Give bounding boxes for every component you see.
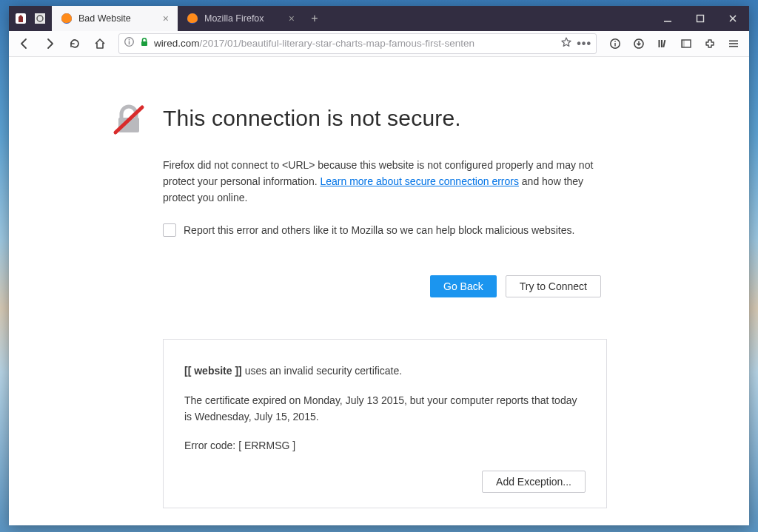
try-to-connect-button[interactable]: Try to Connect bbox=[506, 275, 601, 297]
report-error-row: Report this error and others like it to … bbox=[163, 223, 601, 237]
info-panel-icon[interactable] bbox=[604, 33, 626, 54]
tab-label: Bad Website bbox=[78, 13, 131, 24]
tab-close-icon[interactable]: × bbox=[289, 13, 295, 24]
error-page: This connection is not secure. Firefox d… bbox=[113, 103, 601, 508]
new-tab-button[interactable]: + bbox=[303, 6, 326, 31]
svg-rect-10 bbox=[141, 41, 147, 46]
navigation-toolbar: wired.com/2017/01/beautiful-literary-sta… bbox=[9, 31, 749, 58]
svg-rect-19 bbox=[729, 40, 738, 41]
firefox-favicon-icon bbox=[61, 13, 73, 24]
extensions-icon[interactable] bbox=[699, 33, 721, 54]
url-bar[interactable]: wired.com/2017/01/beautiful-literary-sta… bbox=[118, 33, 597, 54]
cert-line-1-tail: uses an invalid security certificate. bbox=[242, 365, 402, 377]
add-exception-button[interactable]: Add Exception... bbox=[482, 471, 586, 493]
library-icon[interactable] bbox=[651, 33, 674, 54]
svg-rect-16 bbox=[663, 40, 665, 47]
cert-error-code: Error code: [ ERRMSG ] bbox=[184, 438, 586, 454]
tab-strip: Bad Website × Mozilla Firefox × + bbox=[52, 6, 326, 31]
svg-rect-18 bbox=[682, 40, 685, 47]
window-controls bbox=[651, 6, 749, 31]
downloads-icon[interactable] bbox=[628, 33, 650, 54]
url-host: wired.com bbox=[154, 38, 200, 49]
sidebar-icon[interactable] bbox=[675, 33, 697, 54]
forward-button[interactable] bbox=[38, 33, 61, 54]
learn-more-link[interactable]: Learn more about secure connection error… bbox=[320, 175, 518, 187]
firefox-favicon-icon bbox=[187, 13, 198, 24]
svg-rect-1 bbox=[35, 13, 45, 24]
action-buttons: Go Back Try to Connect bbox=[163, 275, 601, 297]
svg-rect-6 bbox=[697, 15, 704, 21]
svg-rect-15 bbox=[661, 40, 663, 47]
svg-rect-12 bbox=[614, 43, 615, 47]
svg-rect-14 bbox=[659, 40, 660, 47]
reload-button[interactable] bbox=[64, 33, 86, 54]
certificate-details: [[ website ]] uses an invalid security c… bbox=[163, 339, 607, 508]
svg-rect-13 bbox=[614, 41, 615, 42]
svg-rect-9 bbox=[129, 39, 130, 41]
tab-mozilla-firefox[interactable]: Mozilla Firefox × bbox=[178, 6, 303, 31]
url-path: /2017/01/beautiful-literary-star-charts-… bbox=[200, 38, 474, 49]
report-error-label: Report this error and others like it to … bbox=[184, 224, 574, 236]
cert-site-placeholder: [[ website ]] bbox=[184, 365, 242, 377]
tab-bad-website[interactable]: Bad Website × bbox=[52, 6, 178, 31]
titlebar-left-icons bbox=[9, 6, 52, 31]
tab-label: Mozilla Firefox bbox=[204, 13, 264, 24]
go-back-button[interactable]: Go Back bbox=[430, 275, 497, 297]
insecure-lock-icon bbox=[113, 103, 147, 140]
firefox-window: Bad Website × Mozilla Firefox × + bbox=[9, 6, 749, 525]
app-icon-1[interactable] bbox=[13, 11, 28, 26]
window-minimize-button[interactable] bbox=[651, 6, 684, 31]
tab-close-icon[interactable]: × bbox=[163, 13, 169, 24]
cert-line-1: [[ website ]] uses an invalid security c… bbox=[184, 363, 586, 380]
page-title: This connection is not secure. bbox=[163, 106, 461, 131]
home-button[interactable] bbox=[89, 33, 111, 54]
svg-rect-5 bbox=[664, 21, 671, 22]
url-text[interactable]: wired.com/2017/01/beautiful-literary-sta… bbox=[154, 38, 556, 49]
svg-rect-21 bbox=[729, 46, 738, 47]
svg-rect-20 bbox=[729, 43, 738, 44]
back-button[interactable] bbox=[13, 33, 36, 54]
titlebar: Bad Website × Mozilla Firefox × + bbox=[9, 6, 749, 31]
toolbar-right bbox=[604, 33, 745, 54]
svg-rect-8 bbox=[129, 41, 130, 45]
page-content: This connection is not secure. Firefox d… bbox=[9, 57, 749, 525]
cert-line-2: The certificate expired on Monday, July … bbox=[184, 393, 586, 425]
error-description: Firefox did not connect to <URL> because… bbox=[163, 158, 601, 206]
window-maximize-button[interactable] bbox=[684, 6, 717, 31]
bookmark-star-icon[interactable] bbox=[560, 36, 572, 51]
site-info-icon[interactable] bbox=[124, 36, 135, 50]
hamburger-menu-icon[interactable] bbox=[722, 33, 745, 54]
window-close-button[interactable] bbox=[717, 6, 749, 31]
app-icon-2[interactable] bbox=[33, 11, 47, 26]
lock-icon[interactable] bbox=[139, 37, 150, 50]
report-error-checkbox[interactable] bbox=[163, 223, 176, 237]
page-actions-icon[interactable]: ••• bbox=[577, 37, 591, 50]
